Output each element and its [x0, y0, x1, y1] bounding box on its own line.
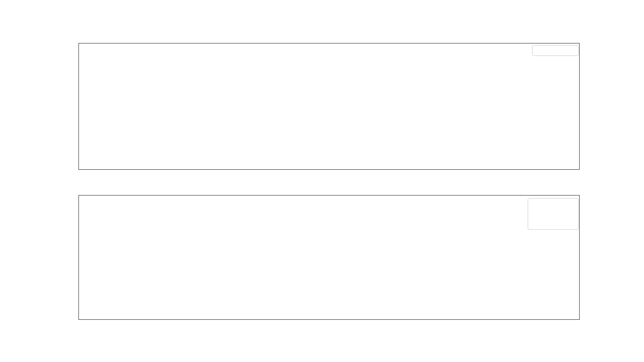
- close-line-plot: [79, 43, 579, 169]
- price-chart-panel: [78, 43, 580, 170]
- rsi-legend: [528, 198, 579, 230]
- rsi-chart-panel: [78, 195, 580, 320]
- rsi-lines-plot: [79, 195, 579, 319]
- chart-figure: [0, 0, 644, 362]
- close-legend: [532, 45, 579, 56]
